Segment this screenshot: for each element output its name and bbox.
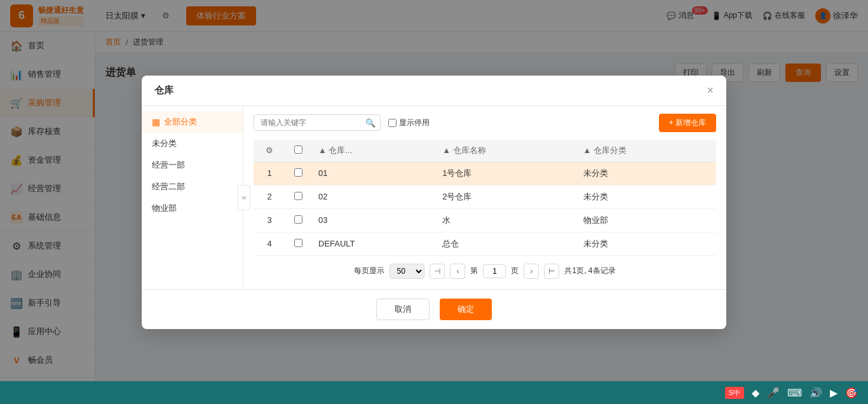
table-row[interactable]: 4 DEFAULT 总仓 未分类 [254,232,716,255]
row-settings-1: 1 [254,161,285,185]
row-name-4: 总仓 [435,232,575,255]
search-input-wrap: 🔍 [254,114,381,131]
last-page-button[interactable]: ⊢ [544,264,559,279]
modal-close-button[interactable]: × [707,84,714,96]
content-panel: 🔍 显示停用 + 新增仓库 ⚙ [243,106,726,289]
modal-header: 仓库 × [142,76,726,106]
s-icon[interactable]: S中 [725,387,744,399]
speaker-bottom-icon[interactable]: 🔊 [810,387,822,399]
row-check-1[interactable] [285,161,311,185]
prev-page-button[interactable]: ‹ [450,264,465,279]
total-info: 共1页, 4条记录 [564,266,615,276]
category-dept2[interactable]: 经营二部 [142,176,243,198]
modal-title: 仓库 [154,84,173,97]
row-settings-2: 2 [254,185,285,208]
table-row[interactable]: 1 01 1号仓库 未分类 [254,161,716,185]
row-check-3[interactable] [285,208,311,232]
row-code-2: 02 [311,185,435,208]
diamond-icon[interactable]: ◆ [752,387,759,399]
page-size-select[interactable]: 50 20 100 [390,264,424,279]
row-check-2[interactable] [285,185,311,208]
page-input[interactable] [483,264,506,278]
modal-overlay: 仓库 × ▦ 全部分类 未分类 经营一部 经营二部 [0,0,868,404]
category-unclassified[interactable]: 未分类 [142,133,243,154]
col-code: ▲ 仓库... [311,140,435,162]
category-collapse-button[interactable]: « [238,185,250,210]
col-name: ▲ 仓库名称 [435,140,575,162]
play-icon[interactable]: ▶ [830,387,837,399]
row-name-2: 2号仓库 [435,185,575,208]
row-settings-3: 3 [254,208,285,232]
modal-footer: 取消 确定 [142,289,726,329]
keyboard-icon[interactable]: ⌨ [787,387,802,399]
category-panel: ▦ 全部分类 未分类 经营一部 经营二部 物业部 « [142,106,243,289]
row-category-1: 未分类 [576,161,716,185]
category-dept1[interactable]: 经营一部 [142,154,243,176]
confirm-button[interactable]: 确定 [440,299,492,320]
show-disabled-checkbox[interactable] [388,119,397,127]
col-category: ▲ 仓库分类 [576,140,716,162]
add-warehouse-button[interactable]: + 新增仓库 [659,114,716,132]
row-name-3: 水 [435,208,575,232]
row-name-1: 1号仓库 [435,161,575,185]
row-category-4: 未分类 [576,232,716,255]
warehouse-table: ⚙ ▲ 仓库... ▲ 仓库名称 [254,140,716,256]
bottom-bar: S中 ◆ 🎤 ⌨ 🔊 ▶ 🎯 [0,381,868,404]
row-settings-4: 4 [254,232,285,255]
grid-icon: ▦ [152,117,160,127]
search-icon[interactable]: 🔍 [365,118,376,128]
warehouse-modal: 仓库 × ▦ 全部分类 未分类 经营一部 经营二部 [142,76,726,329]
table-body: 1 01 1号仓库 未分类 2 02 2号仓库 [254,161,716,255]
pagination: 每页显示 50 20 100 ⊣ ‹ 第 页 › ⊢ 共1页, 4条记录 [254,256,716,281]
next-page-button[interactable]: › [524,264,539,279]
table-row[interactable]: 2 02 2号仓库 未分类 [254,185,716,208]
select-all-checkbox[interactable] [294,145,302,154]
table-header: ⚙ ▲ 仓库... ▲ 仓库名称 [254,140,716,162]
category-property[interactable]: 物业部 [142,198,243,219]
row-code-3: 03 [311,208,435,232]
mic-icon[interactable]: 🎤 [767,387,780,399]
row-category-3: 物业部 [576,208,716,232]
row-code-1: 01 [311,161,435,185]
col-settings: ⚙ [254,140,285,162]
show-disabled-label[interactable]: 显示停用 [388,118,430,128]
settings-col-icon[interactable]: ⚙ [266,145,273,155]
col-check [285,140,311,162]
first-page-button[interactable]: ⊣ [430,264,445,279]
search-input[interactable] [254,114,381,131]
row-category-2: 未分类 [576,185,716,208]
modal-body: ▦ 全部分类 未分类 经营一部 经营二部 物业部 « [142,106,726,289]
category-all[interactable]: ▦ 全部分类 [142,111,243,133]
table-container: ⚙ ▲ 仓库... ▲ 仓库名称 [254,140,716,256]
cancel-button[interactable]: 取消 [376,299,430,320]
table-row[interactable]: 3 03 水 物业部 [254,208,716,232]
row-check-4[interactable] [285,232,311,255]
row-code-4: DEFAULT [311,232,435,255]
search-bar: 🔍 显示停用 + 新增仓库 [254,114,716,132]
target-icon[interactable]: 🎯 [845,387,858,399]
